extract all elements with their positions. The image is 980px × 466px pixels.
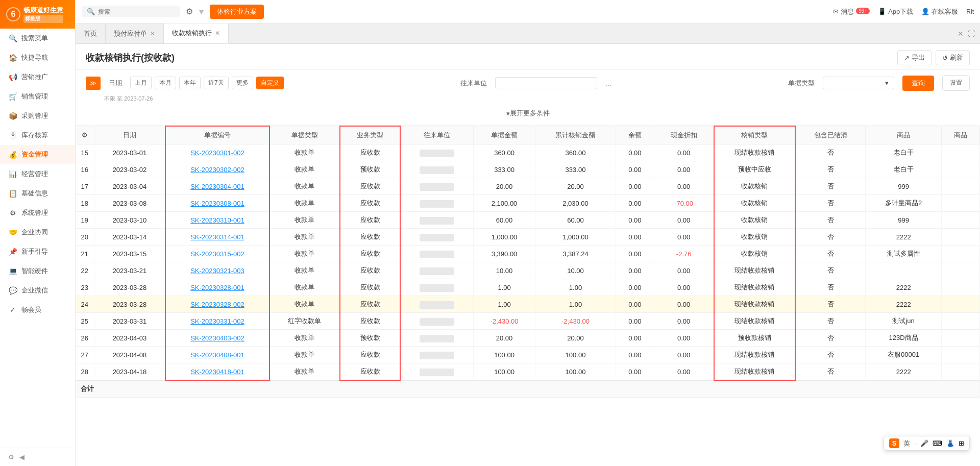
search-box[interactable]: 🔍 — [82, 6, 180, 17]
this-year-btn[interactable]: 本年 — [179, 77, 201, 89]
mic-icon[interactable]: 🎤 — [920, 439, 928, 447]
online-service-action[interactable]: 👤 在线客服 — [921, 7, 958, 16]
cell-discount: -70.00 — [654, 195, 714, 212]
expand-button[interactable]: ≫ — [86, 77, 101, 90]
doc-no-link[interactable]: SK-20230321-003 — [190, 267, 244, 275]
doc-no-link[interactable]: SK-20230403-002 — [190, 334, 244, 342]
tab-prepay[interactable]: 预付应付单 ✕ — [106, 23, 164, 43]
sales-icon: 🛒 — [8, 92, 17, 101]
table-row[interactable]: 20 2023-03-14 SK-20230314-001 收款单 应收款 ██… — [76, 229, 980, 246]
setting-button[interactable]: 设置 — [942, 75, 970, 91]
sidebar-item-hardware[interactable]: 💻 智能硬件 — [0, 261, 75, 281]
tab-receipts-close[interactable]: ✕ — [215, 30, 220, 37]
grid-icon[interactable]: ⊞ — [959, 439, 964, 447]
maximize-icon[interactable]: ⛶ — [968, 30, 975, 38]
sidebar-item-marketing[interactable]: 📢 营销推广 — [0, 67, 75, 87]
table-row[interactable]: 26 2023-04-03 SK-20230403-002 收款单 预收款 ██… — [76, 330, 980, 347]
doc-no-link[interactable]: SK-20230308-001 — [190, 200, 244, 207]
sidebar-item-guide[interactable]: 📌 新手引导 — [0, 242, 75, 261]
more-dates-btn[interactable]: 更多 — [232, 77, 253, 89]
app-download-action[interactable]: 📱 App下载 — [878, 7, 913, 16]
sidebar-item-operation[interactable]: 📊 经营管理 — [0, 164, 75, 184]
refresh-button[interactable]: ↺ 刷新 — [936, 50, 970, 65]
doc-no-link[interactable]: SK-20230328-001 — [190, 284, 244, 291]
cell-product2 — [941, 144, 979, 161]
sidebar-item-member[interactable]: ✓ 畅会员 — [0, 300, 75, 320]
sogou-toolbar[interactable]: S 英 · 🎤 ⌨ 👗 ⊞ — [884, 436, 970, 451]
sidebar-item-finance[interactable]: 💰 资金管理 — [0, 145, 75, 164]
collapse-icon[interactable]: ◀ — [19, 453, 24, 461]
sidebar-item-purchase[interactable]: 📦 采购管理 — [0, 106, 75, 126]
cell-date: 2023-04-08 — [94, 347, 165, 363]
cell-discount: 0.00 — [654, 363, 714, 381]
doc-no-link[interactable]: SK-20230418-001 — [190, 368, 244, 376]
close-window-icon[interactable]: ✕ — [958, 30, 964, 38]
doc-no-link[interactable]: SK-20230315-002 — [190, 250, 244, 258]
sogou-english[interactable]: 英 — [903, 439, 910, 448]
doc-no-link[interactable]: SK-20230408-001 — [190, 351, 244, 359]
sidebar-item-enterprise[interactable]: 🤝 企业协同 — [0, 223, 75, 242]
doc-no-link[interactable]: SK-20230331-002 — [190, 317, 244, 325]
solution-button[interactable]: 体验行业方案 — [210, 5, 264, 19]
tab-prepay-close[interactable]: ✕ — [150, 30, 155, 37]
tab-home[interactable]: 首页 — [76, 23, 106, 43]
cell-date: 2023-03-21 — [94, 262, 165, 279]
settings-icon[interactable]: ⚙ — [8, 453, 14, 461]
table-row[interactable]: 25 2023-03-31 SK-20230331-002 红字收款单 应收款 … — [76, 313, 980, 330]
sidebar-item-basic[interactable]: 📋 基础信息 — [0, 184, 75, 203]
search-input[interactable] — [98, 8, 175, 15]
expand-more-bar[interactable]: ▾ 展开更多条件 — [86, 107, 970, 120]
table-row[interactable]: 18 2023-03-08 SK-20230308-001 收款单 应收款 ██… — [76, 195, 980, 212]
this-month-btn[interactable]: 本月 — [155, 77, 176, 89]
sidebar-item-search[interactable]: 🔍 搜索菜单 — [0, 29, 75, 48]
cell-partner: ████ — [400, 347, 473, 363]
partner-dots: ... — [605, 79, 611, 87]
table-row[interactable]: 15 2023-03-01 SK-20230301-002 收款单 应收款 ██… — [76, 144, 980, 161]
table-row[interactable]: 17 2023-03-04 SK-20230304-001 收款单 应收款 ██… — [76, 178, 980, 195]
sidebar-item-sales[interactable]: 🛒 销售管理 — [0, 87, 75, 106]
table-row[interactable]: 22 2023-03-21 SK-20230321-003 收款单 应收款 ██… — [76, 262, 980, 279]
export-button[interactable]: ↗ 导出 — [897, 50, 932, 65]
online-service-label: 在线客服 — [932, 7, 958, 16]
partner-input[interactable] — [495, 77, 597, 89]
table-row[interactable]: 23 2023-03-28 SK-20230328-001 收款单 应收款 ██… — [76, 279, 980, 296]
chevron-down-icon[interactable]: ▾ — [199, 6, 204, 17]
export-icon: ↗ — [904, 54, 910, 62]
doc-no-link[interactable]: SK-20230328-002 — [190, 301, 244, 308]
table-row[interactable]: 16 2023-03-02 SK-20230302-002 收款单 预收款 ██… — [76, 161, 980, 178]
doc-no-link[interactable]: SK-20230314-001 — [190, 233, 244, 241]
query-button[interactable]: 查询 — [902, 76, 934, 91]
gear-icon[interactable]: ⚙ — [186, 7, 193, 16]
last-month-btn[interactable]: 上月 — [130, 77, 152, 89]
cell-partner: ████ — [400, 296, 473, 313]
cell-cancel-type: 现结收款核销 — [714, 347, 795, 363]
sidebar-item-inventory[interactable]: 🗄 库存核算 — [0, 126, 75, 145]
table-row[interactable]: 27 2023-04-08 SK-20230408-001 收款单 应收款 ██… — [76, 347, 980, 363]
tab-receipts[interactable]: 收款核销执行 ✕ — [164, 23, 229, 43]
table-row[interactable]: 19 2023-03-10 SK-20230310-001 收款单 应收款 ██… — [76, 212, 980, 229]
sidebar-item-quicknav[interactable]: 🏠 快捷导航 — [0, 48, 75, 67]
cell-doc-type: 红字收款单 — [270, 313, 340, 330]
doc-no-link[interactable]: SK-20230304-001 — [190, 183, 244, 190]
app-download-label: App下载 — [888, 7, 913, 16]
cell-balance: 0.00 — [616, 313, 654, 330]
sidebar-item-wechat[interactable]: 💬 企业微信 — [0, 281, 75, 300]
cell-balance: 0.00 — [616, 363, 654, 381]
keyboard-icon[interactable]: ⌨ — [933, 439, 942, 447]
sidebar-item-system[interactable]: ⚙ 系统管理 — [0, 203, 75, 223]
table-row[interactable]: 21 2023-03-15 SK-20230315-002 收款单 应收款 ██… — [76, 246, 980, 262]
cell-doc-no: SK-20230310-001 — [165, 212, 269, 229]
custom-date-btn[interactable]: 自定义 — [256, 77, 284, 89]
col-setting[interactable]: ⚙ — [76, 126, 94, 144]
cell-accumulated: 100.00 — [535, 363, 616, 381]
last-7-days-btn[interactable]: 近7天 — [204, 77, 229, 89]
doc-no-link[interactable]: SK-20230302-002 — [190, 166, 244, 174]
cell-biz-type: 预收款 — [340, 330, 400, 347]
doc-type-select[interactable]: ▾ — [823, 77, 894, 89]
doc-no-link[interactable]: SK-20230301-002 — [190, 149, 244, 157]
doc-no-link[interactable]: SK-20230310-001 — [190, 216, 244, 224]
table-row[interactable]: 28 2023-04-18 SK-20230418-001 收款单 应收款 ██… — [76, 363, 980, 381]
table-row[interactable]: 24 2023-03-28 SK-20230328-002 收款单 应收款 ██… — [76, 296, 980, 313]
messages-action[interactable]: ✉ 消息 99+ — [833, 7, 870, 16]
shirt-icon[interactable]: 👗 — [946, 439, 954, 447]
